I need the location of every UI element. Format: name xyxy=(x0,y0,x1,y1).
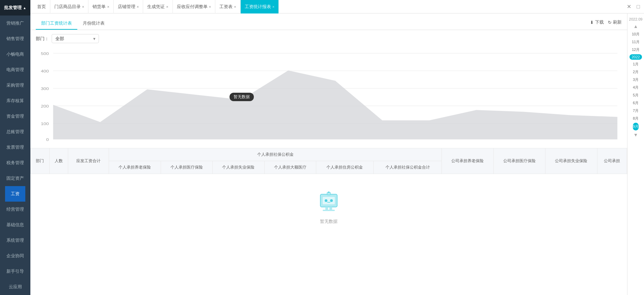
sidebar-item-ledger[interactable]: 总账管理 xyxy=(5,124,25,140)
svg-text:0: 0 xyxy=(46,138,49,142)
tab-home[interactable]: 首页 xyxy=(33,0,50,13)
col-total: 应发工资合计 xyxy=(68,148,109,174)
svg-text:200: 200 xyxy=(41,104,49,108)
tab-close-payroll-stats[interactable]: × xyxy=(272,5,274,9)
sidebar-arrow-icon: ▲ xyxy=(23,6,26,10)
refresh-label: 刷新 xyxy=(613,19,622,25)
col-group-personal: 个人承担社保公积金 xyxy=(109,148,442,161)
sidebar-item-guide[interactable]: 新手引导 xyxy=(5,264,25,279)
svg-text:400: 400 xyxy=(41,69,49,73)
tab-label-home: 首页 xyxy=(37,4,46,10)
tab-close-payroll-sheet[interactable]: × xyxy=(234,5,236,9)
sub-tab-dept[interactable]: 部门工资统计表 xyxy=(36,18,77,30)
timeline-month-7月[interactable]: 7月 xyxy=(632,107,640,115)
tab-close-store-mgmt[interactable]: × xyxy=(137,5,139,9)
sub-tabs: 部门工资统计表月份统计表 ⬇ 下载 ↻ 刷新 xyxy=(30,13,627,30)
download-button[interactable]: ⬇ 下载 xyxy=(590,19,604,25)
toolbar: 部门： 全部销售部行政部财务部技术部 ▼ xyxy=(30,30,627,47)
timeline-month-8月[interactable]: 8月 xyxy=(632,115,640,122)
svg-point-15 xyxy=(330,199,333,202)
sidebar-item-marketing[interactable]: 营销推广 xyxy=(5,16,25,31)
tab-label-store-mgmt: 店铺管理 xyxy=(118,4,135,10)
sidebar-item-enterprise[interactable]: 企业协同 xyxy=(5,248,25,264)
restore-button[interactable]: □ xyxy=(635,2,641,11)
sidebar-item-purchase[interactable]: 采购管理 xyxy=(5,78,25,93)
col-personal-major-medical: 个人承担大额医疗 xyxy=(264,161,316,174)
tab-label-payroll-sheet: 工资表 xyxy=(219,4,233,10)
sidebar-item-finance[interactable]: 资金管理 xyxy=(5,109,25,124)
svg-text:500: 500 xyxy=(41,52,49,56)
close-all-button[interactable]: ✕ xyxy=(625,2,633,11)
tab-store-mgmt[interactable]: 店铺管理 × xyxy=(114,0,143,13)
tab-close-sales-order[interactable]: × xyxy=(107,5,109,9)
col-personal-total: 个人承担社保公积金合计 xyxy=(373,161,441,174)
tab-payroll-sheet[interactable]: 工资表 × xyxy=(215,0,240,13)
timeline-month-1月[interactable]: 1月 xyxy=(632,60,640,68)
tab-store-catalog[interactable]: 门店商品目录 × xyxy=(50,0,88,13)
tab-label-production: 生成凭证 xyxy=(147,4,165,10)
sidebar-item-inventory[interactable]: 库存核算 xyxy=(5,93,25,109)
sidebar-item-ecommerce-small[interactable]: 小畅电商 xyxy=(5,47,25,62)
sidebar-item-tax[interactable]: 税务管理 xyxy=(5,155,25,171)
timeline-year-badge[interactable]: 2022 xyxy=(629,54,642,60)
empty-text: 暂无数据 xyxy=(320,218,338,225)
sub-tab-actions: ⬇ 下载 ↻ 刷新 xyxy=(590,19,622,28)
sidebar-item-invoice[interactable]: 发票管理 xyxy=(5,140,25,155)
timeline-up-nav[interactable]: ▲ xyxy=(632,22,640,30)
page: 部门工资统计表月份统计表 ⬇ 下载 ↻ 刷新 部门： 全部销售部行政部财务部技术… xyxy=(30,13,627,295)
refresh-button[interactable]: ↻ 刷新 xyxy=(608,19,622,25)
svg-rect-19 xyxy=(323,210,335,211)
col-company-other: 公司承担 xyxy=(597,148,627,174)
timeline-panel: 2022.09 ▲ 10月11月12月 2022 1月2月3月4月5月6月7月8… xyxy=(627,13,644,295)
tab-sales-order[interactable]: 销货单 × xyxy=(88,0,113,13)
col-personal-unemployment: 个人承担失业保险 xyxy=(213,161,264,174)
sidebar-item-sales[interactable]: 销售管理 xyxy=(5,31,25,47)
timeline-month-9月[interactable]: 9月 xyxy=(633,123,639,130)
sidebar: 批发管理 ▲ 营销推广销售管理小畅电商电商管理采购管理库存核算资金管理总账管理发… xyxy=(0,0,30,295)
main-area: 首页门店商品目录 ×销货单 ×店铺管理 ×生成凭证 ×应收应付调整单 ×工资表 … xyxy=(30,0,644,295)
timeline-month-2月[interactable]: 2月 xyxy=(632,68,640,76)
col-company-medical: 公司承担医疗保险 xyxy=(493,148,545,174)
table-wrapper[interactable]: 部门 人数 应发工资合计 个人承担社保公积金 公司承担养老保险 公司承担医疗保险… xyxy=(30,148,627,295)
sidebar-item-cloud[interactable]: 云应用 xyxy=(5,279,25,295)
svg-text:300: 300 xyxy=(41,87,49,91)
empty-icon xyxy=(315,187,342,214)
timeline-month-4月[interactable]: 4月 xyxy=(632,84,640,91)
col-company-pension: 公司承担养老保险 xyxy=(442,148,493,174)
svg-rect-13 xyxy=(323,197,335,204)
svg-text:100: 100 xyxy=(41,122,49,126)
timeline-month-11月[interactable]: 11月 xyxy=(632,38,640,46)
sub-tab-monthly[interactable]: 月份统计表 xyxy=(77,18,110,30)
timeline-month-12月[interactable]: 12月 xyxy=(632,46,640,54)
timeline-month-3月[interactable]: 3月 xyxy=(632,76,640,84)
tab-receivable[interactable]: 应收应付调整单 × xyxy=(173,0,215,13)
timeline-month-6月[interactable]: 6月 xyxy=(632,99,640,107)
empty-state: 暂无数据 xyxy=(30,174,627,238)
sidebar-item-system[interactable]: 系统管理 xyxy=(5,233,25,248)
refresh-icon: ↻ xyxy=(608,20,612,25)
sidebar-item-operations[interactable]: 经营管理 xyxy=(5,202,25,217)
dept-select[interactable]: 全部销售部行政部财务部技术部 xyxy=(52,34,99,43)
sidebar-item-assets[interactable]: 固定资产 xyxy=(5,171,25,186)
tab-close-receivable[interactable]: × xyxy=(209,5,211,9)
sidebar-header[interactable]: 批发管理 ▲ xyxy=(0,0,30,16)
tab-label-payroll-stats: 工资统计报表 xyxy=(245,4,271,10)
col-count: 人数 xyxy=(49,148,68,174)
tab-label-receivable: 应收应付调整单 xyxy=(177,4,208,10)
sidebar-title: 批发管理 xyxy=(4,5,22,11)
tab-close-production[interactable]: × xyxy=(166,5,168,9)
tabs-bar: 首页门店商品目录 ×销货单 ×店铺管理 ×生成凭证 ×应收应付调整单 ×工资表 … xyxy=(30,0,644,13)
timeline-month-5月[interactable]: 5月 xyxy=(632,91,640,99)
timeline-down-nav[interactable]: ▼ xyxy=(632,131,640,139)
col-personal-medical: 个人承担医疗保险 xyxy=(161,161,212,174)
tab-production[interactable]: 生成凭证 × xyxy=(143,0,172,13)
timeline-month-10月[interactable]: 10月 xyxy=(632,30,640,38)
timeline-year-top: 2022.09 xyxy=(627,16,644,22)
sidebar-item-ecommerce[interactable]: 电商管理 xyxy=(5,62,25,78)
download-label: 下载 xyxy=(595,19,604,25)
tab-close-store-catalog[interactable]: × xyxy=(82,5,84,9)
svg-point-21 xyxy=(328,191,329,193)
tab-payroll-stats[interactable]: 工资统计报表 × xyxy=(241,0,279,13)
sidebar-item-basic[interactable]: 基础信息 xyxy=(5,217,25,233)
sidebar-item-payroll[interactable]: 工资 xyxy=(5,186,25,202)
